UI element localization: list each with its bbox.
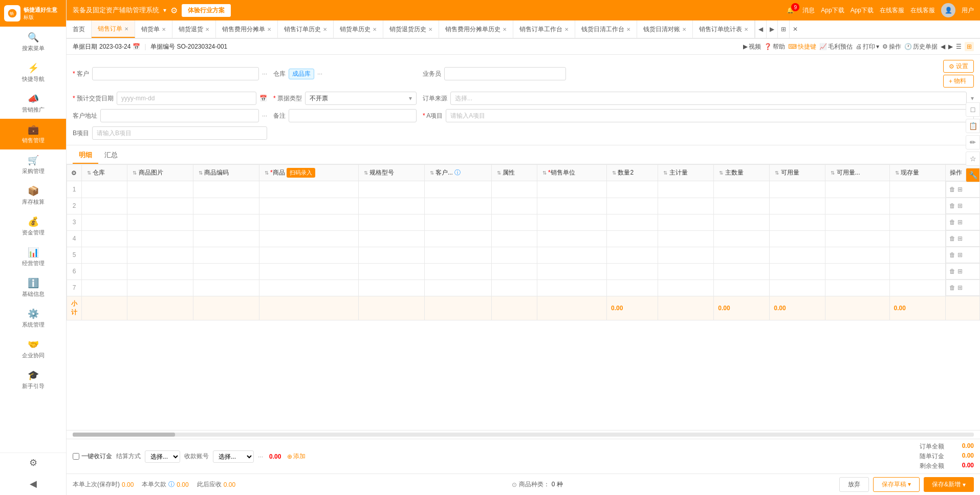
row-sales-unit[interactable] — [537, 230, 606, 247]
tab-sales-return[interactable]: 销货退货 ✕ — [172, 20, 216, 38]
row-main-qty[interactable] — [714, 181, 770, 198]
staff-input[interactable] — [444, 67, 566, 80]
sidebar-collapse-btn[interactable]: ◀ — [0, 474, 66, 495]
solution-button[interactable]: 体验行业方案 — [182, 4, 231, 17]
row-stock[interactable] — [889, 214, 945, 230]
row-main-unit[interactable] — [658, 247, 714, 263]
row-qty2[interactable] — [607, 230, 658, 247]
row-customer-code[interactable] — [424, 279, 491, 296]
row-qty2[interactable] — [607, 181, 658, 198]
row-code[interactable] — [193, 181, 259, 198]
delete-icon[interactable]: 🗑 — [949, 186, 955, 193]
row-main-unit[interactable] — [658, 279, 714, 296]
row-available[interactable] — [770, 279, 825, 296]
row-spec[interactable] — [358, 279, 424, 296]
tab-sales-expense-split[interactable]: 销售费用分摊单 ✕ — [216, 20, 278, 38]
sidebar-item-newbie[interactable]: 🎓 新手引导 — [0, 364, 66, 395]
sort-icon[interactable]: ⇅ — [719, 170, 723, 176]
tab-sales-stats[interactable]: 销售订单统计表 ✕ — [693, 20, 755, 38]
row-qty2[interactable] — [607, 214, 658, 230]
profit-btn[interactable]: 📈 毛利预估 — [819, 42, 853, 51]
row-qty2[interactable] — [607, 198, 658, 214]
sidebar-item-quick-nav[interactable]: ⚡ 快捷导航 — [0, 57, 66, 88]
sidebar-settings-btn[interactable]: ⚙ — [0, 453, 66, 474]
tab-next-btn[interactable]: ▶ — [766, 20, 777, 38]
sticky-edit-icon[interactable]: ✏ — [966, 135, 980, 149]
row-available[interactable] — [770, 263, 825, 279]
tab-daily-clear-workbench[interactable]: 钱货日清工作台 ✕ — [575, 20, 637, 38]
row-sales-unit[interactable] — [537, 181, 606, 198]
sidebar-item-operations[interactable]: 📊 经营管理 — [0, 242, 66, 272]
sort-icon[interactable]: ⇅ — [133, 170, 137, 176]
save-draft-button[interactable]: 保存草稿 ▾ — [873, 477, 920, 492]
delete-icon[interactable]: 🗑 — [949, 268, 955, 275]
row-customer-code[interactable] — [424, 181, 491, 198]
online-service-btn[interactable]: 在线客服 — [880, 6, 904, 15]
customer-input[interactable] — [92, 67, 259, 80]
save-new-button[interactable]: 保存&新增 ▾ — [924, 477, 974, 492]
tab-close-all-btn[interactable]: ✕ — [789, 20, 801, 38]
row-available[interactable] — [770, 230, 825, 247]
row-available2[interactable] — [825, 247, 889, 263]
row-main-unit[interactable] — [658, 214, 714, 230]
app-download-link[interactable]: App下载 — [821, 6, 844, 15]
row-available2[interactable] — [825, 263, 889, 279]
row-warehouse[interactable] — [82, 214, 127, 230]
row-sales-unit[interactable] — [537, 279, 606, 296]
row-product[interactable] — [259, 181, 358, 198]
row-image[interactable] — [127, 247, 193, 263]
tab-sales-order[interactable]: 销售订单 ✕ — [92, 20, 135, 38]
sidebar-item-enterprise[interactable]: 🤝 企业协同 — [0, 334, 66, 364]
row-qty2[interactable] — [607, 279, 658, 296]
sidebar-item-marketing[interactable]: 📣 营销推广 — [0, 88, 66, 119]
row-image[interactable] — [127, 279, 193, 296]
calendar-icon[interactable]: 📅 — [133, 43, 140, 50]
sticky-star-icon[interactable]: ☆ — [966, 152, 980, 166]
tab-detail[interactable]: 明细 — [73, 147, 98, 164]
copy-row-icon[interactable]: ⊞ — [957, 251, 963, 259]
one-click-deposit-label[interactable]: 一键收订金 — [81, 452, 112, 461]
row-product[interactable] — [259, 279, 358, 296]
delete-icon[interactable]: 🗑 — [949, 202, 955, 209]
sort-icon[interactable]: ⇅ — [612, 170, 616, 176]
copy-row-icon[interactable]: ⊞ — [957, 219, 963, 226]
row-customer-code[interactable] — [424, 214, 491, 230]
row-code[interactable] — [193, 247, 259, 263]
horizontal-scrollbar[interactable] — [73, 433, 974, 437]
sort-icon[interactable]: ⇅ — [265, 170, 269, 176]
row-product[interactable] — [259, 247, 358, 263]
save-new-dropdown-icon[interactable]: ▾ — [963, 481, 966, 488]
row-image[interactable] — [127, 181, 193, 198]
add-product-button[interactable]: + 物料 — [943, 75, 974, 88]
row-warehouse[interactable] — [82, 247, 127, 263]
row-image[interactable] — [127, 230, 193, 247]
row-product[interactable] — [259, 198, 358, 214]
row-code[interactable] — [193, 230, 259, 247]
tab-home[interactable]: 首页 — [67, 20, 92, 38]
row-spec[interactable] — [358, 198, 424, 214]
address-input[interactable] — [100, 109, 259, 122]
row-customer-code[interactable] — [424, 198, 491, 214]
row-main-qty[interactable] — [714, 214, 770, 230]
row-attribute[interactable] — [491, 247, 537, 263]
column-settings-icon[interactable]: ⚙ — [71, 169, 77, 177]
tab-close-icon[interactable]: ✕ — [682, 27, 686, 32]
sidebar-item-finance[interactable]: 💰 资金管理 — [0, 211, 66, 242]
row-sales-unit[interactable] — [537, 263, 606, 279]
sidebar-item-purchase[interactable]: 🛒 采购管理 — [0, 149, 66, 180]
row-stock[interactable] — [889, 279, 945, 296]
row-main-qty[interactable] — [714, 247, 770, 263]
row-warehouse[interactable] — [82, 279, 127, 296]
row-qty2[interactable] — [607, 247, 658, 263]
sort-icon[interactable]: ⇅ — [87, 170, 91, 176]
header-gear-icon[interactable]: ⚙ — [170, 6, 178, 15]
tab-daily-reconcile[interactable]: 钱货日清对账 ✕ — [637, 20, 693, 38]
row-available2[interactable] — [825, 198, 889, 214]
th-settings[interactable]: ⚙ — [67, 165, 82, 181]
order-source-dropdown-icon[interactable]: ▾ — [971, 95, 974, 102]
tab-close-icon[interactable]: ✕ — [162, 27, 166, 32]
row-attribute[interactable] — [491, 214, 537, 230]
tab-return-history[interactable]: 销货退货历史 ✕ — [383, 20, 439, 38]
operation-btn[interactable]: ⚙ 操作 — [882, 42, 901, 51]
row-attribute[interactable] — [491, 198, 537, 214]
